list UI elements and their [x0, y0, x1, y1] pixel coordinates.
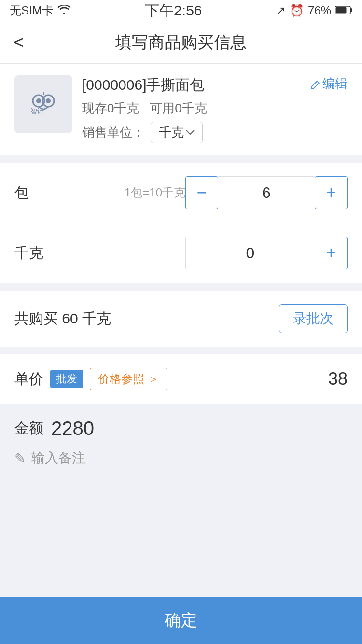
svg-rect-1	[350, 8, 352, 12]
bag-hint: 1包=10千克	[125, 185, 185, 200]
kg-increment-button[interactable]: +	[315, 237, 348, 269]
price-row: 单价 批发 价格参照 ＞ 38	[14, 368, 348, 390]
kg-quantity-input[interactable]	[185, 237, 315, 269]
edit-button[interactable]: 编辑	[310, 75, 348, 92]
unit-select[interactable]: 千克	[151, 122, 203, 143]
kg-label: 千克	[14, 243, 185, 263]
page-title: 填写商品购买信息	[115, 31, 247, 54]
summary-text: 共购买 60 千克	[14, 309, 111, 329]
note-icon: ✎	[14, 450, 26, 466]
back-button[interactable]: <	[14, 32, 24, 53]
product-unit-row: 销售单位： 千克	[82, 122, 348, 143]
product-card: 智计 [0000006]手撕面包 编辑 现存0千克 可用0千克 销售单位： 千克	[0, 64, 362, 155]
bag-decrement-button[interactable]: −	[185, 176, 218, 209]
price-label: 单价	[14, 369, 43, 389]
confirm-button[interactable]: 确定	[0, 597, 362, 644]
status-time: 下午2:56	[145, 1, 202, 21]
amount-section: 金额 2280 ✎ 输入备注	[0, 404, 362, 477]
product-info: [0000006]手撕面包 编辑 现存0千克 可用0千克 销售单位： 千克	[82, 75, 348, 143]
status-left: 无SIM卡	[10, 3, 71, 18]
amount-label: 金额	[14, 419, 43, 438]
amount-row: 金额 2280	[14, 418, 348, 439]
wifi-icon	[57, 4, 71, 17]
carrier-text: 无SIM卡	[10, 3, 54, 18]
price-section: 单价 批发 价格参照 ＞ 38	[0, 354, 362, 404]
battery-text: 76%	[308, 4, 331, 17]
bag-quantity-controls: − +	[185, 176, 348, 209]
kg-quantity-controls: +	[185, 237, 348, 269]
price-value: 38	[328, 369, 348, 389]
amount-value: 2280	[51, 418, 94, 439]
kg-quantity-row: 千克 +	[0, 223, 362, 283]
note-placeholder: 输入备注	[31, 449, 85, 467]
bag-quantity-input[interactable]	[218, 176, 315, 209]
price-type-badge: 批发	[50, 370, 83, 388]
price-left: 单价 批发 价格参照 ＞	[14, 368, 167, 390]
alarm-icon: ⏰	[290, 4, 304, 17]
product-name: [0000006]手撕面包	[82, 75, 310, 95]
price-reference-button[interactable]: 价格参照 ＞	[90, 368, 167, 390]
location-icon: ↗	[276, 4, 286, 17]
summary-row: 共购买 60 千克 录批次	[0, 291, 362, 347]
product-image: 智计	[14, 75, 72, 133]
bag-label: 包	[14, 183, 119, 203]
bag-increment-button[interactable]: +	[315, 176, 348, 209]
product-stock: 现存0千克 可用0千克	[82, 100, 348, 117]
batch-button[interactable]: 录批次	[279, 304, 348, 333]
svg-text:智计: 智计	[30, 107, 44, 114]
quantity-section: 包 1包=10千克 − + 千克 +	[0, 163, 362, 283]
svg-point-5	[36, 98, 41, 103]
status-bar: 无SIM卡 下午2:56 ↗ ⏰ 76%	[0, 0, 362, 21]
status-right: ↗ ⏰ 76%	[276, 4, 352, 17]
bag-quantity-row: 包 1包=10千克 − +	[0, 163, 362, 223]
note-row[interactable]: ✎ 输入备注	[14, 449, 348, 467]
nav-bar: < 填写商品购买信息	[0, 21, 362, 64]
battery-icon	[335, 4, 352, 17]
svg-point-6	[46, 98, 51, 103]
product-logo-icon: 智计	[27, 90, 60, 119]
svg-rect-2	[335, 7, 346, 14]
